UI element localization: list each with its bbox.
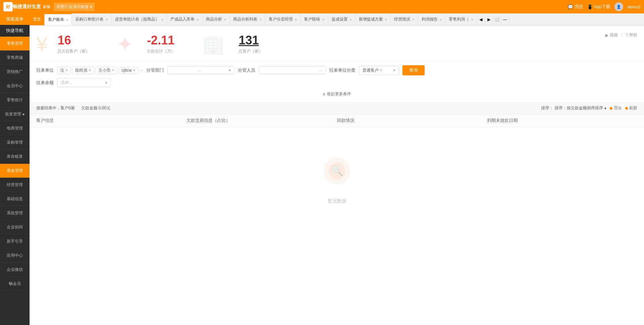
tab-minimize[interactable]: — [501,13,509,26]
export-btn[interactable]: 导出 [610,105,622,111]
sidebar-item-wechat[interactable]: 企业微信 [0,263,30,277]
filter-tag-wang[interactable]: 王小亮 × [95,67,117,74]
query-button[interactable]: 查询 [402,65,425,75]
tab-nav-prev[interactable]: ◀ [477,13,485,26]
tab-close-goods[interactable]: × [224,17,226,22]
tab-close-produce[interactable]: × [197,17,199,22]
refresh-btn[interactable]: 刷新 [625,105,637,111]
stats-section: ¥ 16 总欠款客户（家） ✦ -2.11 欠款合计（万） 🏢 131 [30,26,644,61]
refresh-dot-icon [625,107,628,110]
sidebar-item-operations[interactable]: 经营管理 [0,178,30,192]
video-btn[interactable]: ▶ 视频 [605,32,618,38]
tab-goods-analysis-list[interactable]: 商品分析列表 × [230,13,265,26]
main-content: ¥ 16 总欠款客户（家） ✦ -2.11 欠款合计（万） 🏢 131 [30,26,644,325]
tab-business-status[interactable]: 经营情况 × [391,13,418,26]
dept-select[interactable]: ··· ▾ [167,66,234,74]
sidebar-quick-nav[interactable]: 快捷导航 [0,25,30,37]
app-download-btn[interactable]: 📱 App下载 [587,4,610,10]
filter-more-btn[interactable]: ··· [140,68,143,73]
tab-produce-instock[interactable]: 产成品入库单 × [167,13,202,26]
tab-retail-profit[interactable]: 零售利润（ × [445,13,477,26]
sidebar-item-ecommerce[interactable]: 电商管理 [0,121,30,136]
tab-new-promotion[interactable]: 新增提成方案 × [355,13,391,26]
sidebar-item-purchase-mgmt[interactable]: 采购管理 [0,136,30,150]
tab-close-new-promo[interactable]: × [385,17,387,22]
tab-close-segment[interactable]: × [295,17,297,22]
empty-icon: 🔍 [320,154,354,194]
sidebar-item-retail-stats[interactable]: 零售统计 [0,93,30,107]
collapse-btn[interactable]: ∧ 收起更多条件 [36,90,637,98]
tab-goods-analysis[interactable]: 商品分析 × [203,13,230,26]
sidebar-item-vip[interactable]: 畅会员 [0,277,30,291]
help-btns: ▶ 视频 | ? 帮助 [605,32,637,38]
message-btn[interactable]: 💬 消息 [568,4,583,10]
col-due-date: 到期未放款日期 [487,117,637,123]
tab-close-contact[interactable]: × [322,17,324,22]
tab-purchase-orders[interactable]: 采购订单统计表 × [72,13,111,26]
tab-promotion-settings[interactable]: 提成设置 × [328,13,355,26]
tab-close-instock[interactable]: × [161,17,163,22]
svg-text:🔍: 🔍 [331,165,343,177]
tab-customer-contact[interactable]: 客户联络 × [301,13,328,26]
tab-profit-report[interactable]: 利润报告 × [418,13,445,26]
category-select[interactable]: 普通客户 × ▾ [359,66,399,75]
sidebar-item-base-info[interactable]: 基础信息 [0,192,30,206]
stats-icon-2: ✦ [117,32,133,56]
sidebar-item-finance[interactable]: 资金管理 [0,164,30,178]
balance-select[interactable]: 选择... ▾ [57,78,111,87]
sidebar: 搜索菜单 快捷导航 零售管理 零售商城 营销推广 会员中心 零售统计 批发管理 … [0,13,30,325]
sidebar-item-wholesale-mgmt[interactable]: 批发管理 ▾ [0,107,30,121]
tab-customer-segment[interactable]: 客户分层经营 × [265,13,301,26]
sidebar-search[interactable]: 搜索菜单 [0,13,30,25]
tab-close-profit[interactable]: × [440,17,442,22]
results-bar: 搜索结果中，客户0家 欠款金额 0.00元 排序： 排序：按欠款金额倒序排序 ▾… [30,103,644,114]
sidebar-item-retail-mgmt[interactable]: 零售管理 [0,37,30,51]
company-select[interactable]: 母婴行业演示账套 ▾ [54,3,95,11]
filter-tag-chen[interactable]: 陈民强 × [72,67,94,74]
tab-close-accounts[interactable]: × [66,18,68,22]
tab-close-biz[interactable]: × [412,17,414,22]
filter-tag-wang-close[interactable]: × [112,68,114,73]
tab-close-purchase[interactable]: × [105,17,108,22]
debt-amount-value: -2.11 [147,34,174,46]
person-select[interactable]: ··· [259,66,326,74]
filter-tags: 伍 × 陈民强 × 王小亮 × [57,67,143,74]
help-btn[interactable]: ? 帮助 [626,32,637,38]
sidebar-item-marketing[interactable]: 营销推广 [0,65,30,79]
tab-close-goods-list[interactable]: × [259,17,261,22]
export-dot-icon [610,107,612,110]
sidebar-item-member[interactable]: 会员中心 [0,79,30,93]
sidebar-item-inventory[interactable]: 库存核算 [0,150,30,164]
total-customers-value: 131 [239,34,259,46]
sort-select[interactable]: 排序： 排序：按欠款金额倒序排序 ▾ [541,105,606,111]
stat-block-debt-amount: -2.11 欠款合计（万） [140,34,195,54]
category-tag-close[interactable]: × [380,68,382,73]
content-area: 首页 客户账本 × 采购订单统计表 × 进货单统计表（按商品） × 产成品入库单… [30,13,644,325]
tab-home[interactable]: 首页 [30,13,45,26]
tab-accounts[interactable]: 客户账本 × [45,13,72,26]
filter-tag-chen-close[interactable]: × [89,68,91,73]
results-right: 排序： 排序：按欠款金额倒序排序 ▾ 导出 刷新 [541,105,637,111]
tab-maximize[interactable]: ⬜ [493,13,501,26]
total-debt-value: 16 [57,34,71,46]
tab-nav-next[interactable]: ▶ [485,13,493,26]
sidebar-item-enterprise[interactable]: 企业协同 [0,220,30,234]
chevron-up-icon: ∧ [323,92,326,97]
avatar[interactable]: 👤 [614,2,623,11]
sidebar-item-app-center[interactable]: 应用中心 [0,249,30,263]
filter-tag-cjttcw-close[interactable]: × [133,68,135,73]
col-customer-info: 客户信息 [36,117,186,123]
category-tag[interactable]: 普通客户 × [362,68,382,73]
sidebar-item-retail-mall[interactable]: 零售商城 [0,51,30,65]
filter-tag-wu-close[interactable]: × [66,68,68,73]
category-dropdown-icon: ▾ [393,68,395,73]
unit-filter-label: 往来单位 [36,67,54,73]
tab-close-retail[interactable]: × [471,17,473,22]
tab-close-promotion[interactable]: × [350,17,352,22]
filter-tag-wu[interactable]: 伍 × [57,67,71,74]
filter-tag-cjttcw[interactable]: cjttcw × [119,67,138,74]
top-bar-right: 💬 消息 📱 App下载 👤 demo2 [568,2,641,11]
sidebar-item-new-guide[interactable]: 新手引导 [0,234,30,249]
sidebar-item-sys-mgmt[interactable]: 系统管理 [0,206,30,220]
tab-instock-stats[interactable]: 进货单统计表（按商品） × [112,13,167,26]
